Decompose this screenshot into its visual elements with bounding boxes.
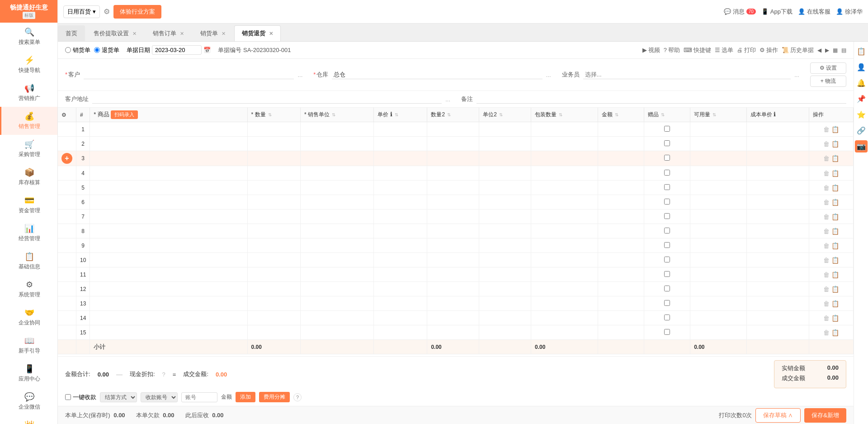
copy-icon[interactable]: 📋: [831, 300, 839, 307]
gift-checkbox[interactable]: [664, 199, 670, 205]
cost-info-icon[interactable]: ℹ: [774, 111, 776, 118]
sidebar-item-purchase[interactable]: 🛒 采购管理: [0, 135, 57, 163]
right-clipboard-btn[interactable]: 📋: [855, 45, 868, 57]
tab-close-icon[interactable]: ✕: [132, 31, 137, 37]
one-click-checkbox[interactable]: 一键收款: [65, 393, 96, 401]
unit-sort-icon[interactable]: ⇅: [332, 112, 335, 117]
gift-checkbox[interactable]: [664, 170, 670, 176]
row-product[interactable]: [90, 122, 247, 137]
row-qty2[interactable]: [427, 137, 479, 151]
gift-checkbox[interactable]: [664, 126, 670, 132]
gift-checkbox[interactable]: [664, 329, 670, 335]
delete-icon[interactable]: 🗑: [823, 228, 830, 235]
price-sort-icon[interactable]: ⇅: [395, 112, 398, 117]
copy-icon[interactable]: 📋: [831, 257, 839, 264]
experience-btn[interactable]: 体验行业方案: [113, 5, 161, 19]
row-unit-price[interactable]: [374, 137, 427, 151]
topbar-gear-icon[interactable]: ⚙: [104, 7, 110, 16]
delete-icon[interactable]: 🗑: [823, 314, 830, 322]
row-qty[interactable]: [247, 122, 300, 137]
copy-icon[interactable]: 📋: [831, 140, 839, 148]
shortcut-btn[interactable]: ⌨ 快捷键: [684, 46, 711, 54]
tab-close-icon[interactable]: ✕: [180, 31, 184, 37]
row-pack-qty[interactable]: [531, 137, 598, 151]
tab-sales-order[interactable]: 销售订单 ✕: [145, 25, 192, 41]
delete-icon[interactable]: 🗑: [823, 242, 830, 249]
row-pack-qty[interactable]: [531, 122, 598, 137]
gift-checkbox[interactable]: [664, 300, 670, 306]
row-cost-price[interactable]: [747, 137, 809, 151]
delete-icon[interactable]: 🗑: [823, 184, 830, 191]
address-dots[interactable]: ...: [445, 96, 450, 103]
row-amount[interactable]: [598, 122, 644, 137]
date-input[interactable]: [152, 45, 202, 55]
row-available[interactable]: [690, 151, 747, 166]
add-row-btn[interactable]: +: [61, 153, 72, 164]
grid-view-btn[interactable]: ▦: [833, 47, 838, 53]
right-link-btn[interactable]: 🔗: [855, 124, 868, 137]
radio-return[interactable]: 退货单: [94, 46, 119, 54]
tab-sales[interactable]: 销货单 ✕: [193, 25, 233, 41]
row-cost-price[interactable]: [747, 122, 809, 137]
sidebar-item-basic[interactable]: 📋 基础信息: [0, 247, 57, 275]
delete-icon[interactable]: 🗑: [823, 213, 830, 220]
staff-input[interactable]: [583, 70, 791, 79]
row-unit2[interactable]: [479, 151, 531, 166]
add-btn[interactable]: 添加: [236, 392, 255, 402]
customer-input[interactable]: [84, 70, 294, 79]
product-input-active[interactable]: [94, 155, 243, 162]
row-gift[interactable]: [644, 151, 690, 166]
row-qty[interactable]: [247, 151, 300, 166]
sidebar-item-system[interactable]: ⚙ 系统管理: [0, 275, 57, 303]
delete-icon[interactable]: 🗑: [823, 126, 830, 133]
warehouse-input[interactable]: [332, 70, 542, 79]
message-btn[interactable]: 💬 消息 70: [724, 8, 756, 16]
operate-btn[interactable]: ⚙ 操作: [760, 46, 778, 54]
row-cost-price[interactable]: [747, 151, 809, 166]
amount-sort-icon[interactable]: ⇅: [615, 112, 618, 117]
gift-checkbox[interactable]: [664, 228, 670, 233]
packqty-sort-icon[interactable]: ⇅: [559, 112, 562, 117]
sidebar-item-inventory[interactable]: 📦 库存核算: [0, 163, 57, 191]
row-sales-unit[interactable]: [300, 151, 374, 166]
tab-price-settings[interactable]: 售价提取设置 ✕: [86, 25, 144, 41]
row-sales-unit[interactable]: [300, 122, 374, 137]
right-user-btn[interactable]: 👤: [855, 61, 868, 73]
row-unit2[interactable]: [479, 137, 531, 151]
sidebar-item-shortcut[interactable]: ⚡ 快捷导航: [0, 51, 57, 79]
row-available[interactable]: [690, 122, 747, 137]
delete-icon[interactable]: 🗑: [823, 300, 830, 307]
daily-category-select[interactable]: 日用百货 ▾: [63, 5, 100, 18]
help-circle-icon[interactable]: ?: [162, 371, 165, 378]
row-sales-unit[interactable]: [300, 137, 374, 151]
copy-icon[interactable]: 📋: [831, 199, 839, 206]
customer-dots[interactable]: ...: [297, 71, 302, 78]
account-select[interactable]: 收款账号: [141, 392, 178, 402]
sidebar-item-member[interactable]: 👑 畅会员: [0, 415, 57, 424]
delete-icon[interactable]: 🗑: [823, 199, 830, 206]
fee-split-btn[interactable]: 费用分摊: [259, 392, 290, 402]
warehouse-dots[interactable]: ...: [546, 71, 551, 78]
sidebar-item-guide[interactable]: 📖 新手引导: [0, 331, 57, 359]
delete-icon[interactable]: 🗑: [823, 257, 830, 264]
delete-icon[interactable]: 🗑: [823, 286, 830, 293]
row-qty2[interactable]: [427, 122, 479, 137]
right-bell-btn[interactable]: 🔔: [855, 77, 868, 89]
unit2-sort-icon[interactable]: ⇅: [499, 112, 503, 117]
settings-btn[interactable]: ⚙ 设置: [810, 62, 846, 74]
payment-help-btn[interactable]: ?: [293, 393, 302, 401]
delete-icon[interactable]: 🗑: [823, 140, 830, 148]
delete-icon[interactable]: 🗑: [823, 271, 830, 278]
nav-next-btn[interactable]: ▶: [825, 47, 829, 53]
list-view-btn[interactable]: ▤: [841, 47, 846, 53]
scan-btn[interactable]: 扫码录入: [111, 110, 138, 119]
copy-icon[interactable]: 📋: [831, 126, 839, 133]
tab-close-icon[interactable]: ✕: [269, 31, 273, 37]
app-download-btn[interactable]: 📱 App下载: [761, 8, 793, 16]
copy-icon[interactable]: 📋: [831, 170, 839, 177]
tab-home[interactable]: 首页: [58, 25, 85, 41]
copy-icon[interactable]: 📋: [831, 329, 839, 336]
gift-checkbox[interactable]: [664, 286, 670, 291]
address-input[interactable]: [92, 95, 442, 104]
tab-sales-return[interactable]: 销货退货 ✕: [234, 25, 281, 41]
